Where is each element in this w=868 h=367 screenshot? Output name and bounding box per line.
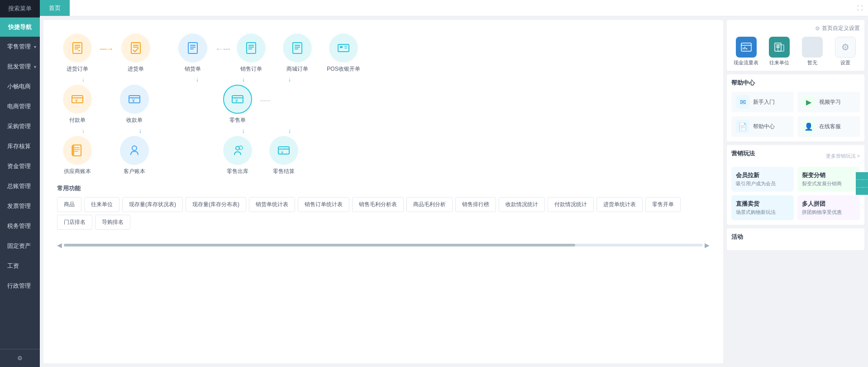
func-btn-sales-order-stat[interactable]: 销售订单统计表 bbox=[298, 197, 349, 212]
flow-node-payment[interactable]: ¥ 付款单 bbox=[57, 85, 98, 124]
func-btn-stock-dist[interactable]: 现存量(库存分布表) bbox=[186, 197, 246, 212]
scroll-track[interactable] bbox=[64, 244, 703, 246]
quick-grid: 现金流量表 往来单位 暂无 ⚙ bbox=[731, 37, 860, 66]
beginner-label: 新手入门 bbox=[753, 98, 775, 106]
flow-node-sales[interactable]: 销货单 bbox=[172, 34, 213, 73]
sidebar-item-wholesale[interactable]: 批发管理 ▾ bbox=[0, 57, 40, 77]
content-area: 进货订单 - - - → 进货单 bbox=[40, 16, 868, 367]
func-btn-retail-order[interactable]: 零售开单 bbox=[645, 197, 681, 212]
marketing-item-member[interactable]: 会员拉新 吸引用户成为会员 bbox=[731, 167, 794, 192]
video-icon: ▶ bbox=[802, 95, 816, 109]
sidebar-item-purchase[interactable]: 采购管理 bbox=[0, 116, 40, 136]
arrow-right-1: - - - → bbox=[98, 44, 115, 54]
help-item-service[interactable]: 👤 在线客服 bbox=[797, 116, 860, 137]
flow-node-purchase-order[interactable]: 进货订单 bbox=[57, 34, 98, 73]
arrow-dashed-pos: - - - - ← bbox=[258, 97, 274, 104]
func-btn-sales-profit[interactable]: 销售毛利分析表 bbox=[352, 197, 404, 212]
quick-item-empty: 暂无 bbox=[797, 37, 827, 66]
flow-node-mall-order[interactable]: 商城订单 bbox=[277, 34, 318, 73]
help-item-video[interactable]: ▶ 视频学习 bbox=[797, 92, 860, 112]
svg-text:¥: ¥ bbox=[132, 98, 135, 103]
svg-text:¥: ¥ bbox=[281, 150, 284, 155]
sidebar-settings[interactable]: ⚙ bbox=[0, 349, 40, 367]
quick-item-settings[interactable]: ⚙ 设置 bbox=[830, 37, 860, 66]
flow-node-receipt[interactable]: ¥ 收款单 bbox=[114, 85, 155, 124]
func-btn-partners[interactable]: 往来单位 bbox=[84, 197, 119, 212]
flow-node-pos[interactable]: POS收银开单 bbox=[323, 34, 364, 73]
left-panel: 进货订单 - - - → 进货单 bbox=[43, 20, 723, 363]
down-arrow-2: ↓ bbox=[177, 76, 218, 83]
marketing-item-live[interactable]: 直播卖货 场景式购物新玩法 bbox=[731, 195, 794, 220]
func-btn-sales-stat[interactable]: 销货单统计表 bbox=[249, 197, 295, 212]
scroll-right-arrow[interactable]: ▶ bbox=[705, 241, 710, 249]
flow-node-supplier-book[interactable]: 供应商账本 bbox=[57, 136, 98, 175]
flow-node-retail-outbound[interactable]: 零售出库 bbox=[217, 136, 258, 175]
marketing-item-group[interactable]: 多人拼团 拼团购物享受优惠 bbox=[797, 195, 860, 220]
activity-section: 活动 bbox=[727, 228, 864, 250]
func-btn-payment-stat[interactable]: 付款情况统计 bbox=[548, 197, 594, 212]
quick-item-partner[interactable]: 往来单位 bbox=[764, 37, 794, 66]
func-btn-receipt-stat[interactable]: 收款情况统计 bbox=[499, 197, 545, 212]
help-item-beginner[interactable]: ✉ 新手入门 bbox=[731, 92, 794, 112]
flow-node-purchase[interactable]: 进货单 bbox=[115, 34, 156, 73]
sidebar-item-retail[interactable]: 零售管理 ▾ bbox=[0, 37, 40, 57]
float-btn-service[interactable]: 客服热线 bbox=[856, 172, 868, 180]
marketing-title: 营销玩法 bbox=[731, 150, 755, 158]
flow-node-sales-order[interactable]: 销售订单 bbox=[231, 34, 272, 73]
func-btn-purchase-stat[interactable]: 进货单统计表 bbox=[596, 197, 643, 212]
func-btn-store-rank[interactable]: 门店排名 bbox=[57, 215, 92, 230]
func-btn-stock-status[interactable]: 现存量(库存状况表) bbox=[122, 197, 183, 212]
func-btn-sales-rank[interactable]: 销售排行榜 bbox=[455, 197, 496, 212]
chevron-icon: ▾ bbox=[34, 44, 36, 49]
live-desc: 场景式购物新玩法 bbox=[736, 209, 789, 216]
sidebar-item-invoice[interactable]: 发票管理 bbox=[0, 196, 40, 216]
sidebar: 搜索菜单 快捷导航 零售管理 ▾ 批发管理 ▾ 小畅电商 电商管理 采购管理 库… bbox=[0, 0, 40, 367]
tab-home[interactable]: 首页 bbox=[40, 0, 70, 16]
sidebar-item-admin[interactable]: 行政管理 bbox=[0, 276, 40, 296]
svg-text:¥: ¥ bbox=[235, 98, 238, 103]
float-btn-shortcut[interactable]: 桌面快捷 bbox=[856, 188, 868, 195]
marketing: 营销玩法 更多营销玩法 > 会员拉新 吸引用户成为会员 裂变分销 裂变式发展分销… bbox=[727, 145, 864, 225]
help-item-help[interactable]: 📄 帮助中心 bbox=[731, 116, 794, 137]
svg-rect-20 bbox=[340, 46, 343, 48]
empty-label: 暂无 bbox=[807, 59, 817, 66]
svg-rect-11 bbox=[247, 43, 256, 53]
fission-desc: 裂变式发展分销商 bbox=[802, 180, 855, 187]
sidebar-item-salary[interactable]: 工资 bbox=[0, 256, 40, 276]
scroll-left-arrow[interactable]: ◀ bbox=[57, 241, 62, 249]
more-marketing-link[interactable]: 更多营销玩法 > bbox=[826, 153, 860, 159]
svg-rect-15 bbox=[293, 43, 302, 53]
sidebar-item-ecommerce[interactable]: 电商管理 bbox=[0, 97, 40, 116]
arrow-left-1: ← - - - bbox=[213, 44, 231, 54]
sidebar-item-fixed-assets[interactable]: 固定资产 bbox=[0, 236, 40, 256]
sidebar-item-inventory[interactable]: 库存核算 bbox=[0, 136, 40, 156]
sidebar-search[interactable]: 搜索菜单 bbox=[0, 0, 40, 18]
flow-diagram: 进货订单 - - - → 进货单 bbox=[48, 24, 719, 184]
quick-access-settings-label[interactable]: 首页自定义设置 bbox=[822, 24, 860, 32]
live-title: 直播卖货 bbox=[736, 200, 789, 208]
flow-node-retail-settlement[interactable]: ¥ 零售结算 bbox=[263, 136, 304, 175]
flow-node-customer-book[interactable]: 客户账本 bbox=[114, 136, 155, 175]
sidebar-item-finance[interactable]: 资金管理 bbox=[0, 156, 40, 176]
svg-rect-40 bbox=[278, 147, 289, 154]
down-arrow-8: ↓ bbox=[269, 127, 310, 134]
sidebar-item-ledger[interactable]: 总账管理 bbox=[0, 176, 40, 196]
sidebar-nav-active[interactable]: 快捷导航 bbox=[0, 18, 40, 37]
sidebar-item-tax[interactable]: 税务管理 bbox=[0, 216, 40, 236]
flow-node-retail[interactable]: ¥ 零售单 bbox=[217, 85, 258, 124]
help-icon: 📄 bbox=[736, 120, 749, 133]
func-btn-goods-profit[interactable]: 商品毛利分析 bbox=[406, 197, 453, 212]
group-desc: 拼团购物享受优惠 bbox=[802, 209, 855, 216]
func-btn-guide-rank[interactable]: 导购排名 bbox=[95, 215, 130, 230]
func-btn-goods[interactable]: 商品 bbox=[57, 197, 81, 212]
marketing-grid: 会员拉新 吸引用户成为会员 裂变分销 裂变式发展分销商 直播卖货 场景式购物新玩… bbox=[731, 167, 860, 220]
quick-item-cashflow[interactable]: 现金流量表 bbox=[731, 37, 761, 66]
main-area: 首页 ⛶ 进货订单 - - - bbox=[40, 0, 868, 367]
marketing-item-fission[interactable]: 裂变分销 裂变式发展分销商 bbox=[797, 167, 860, 192]
svg-rect-7 bbox=[188, 43, 197, 53]
fullscreen-button[interactable]: ⛶ bbox=[857, 5, 868, 11]
sidebar-item-ecommerce-small[interactable]: 小畅电商 bbox=[0, 77, 40, 97]
svg-rect-4 bbox=[131, 43, 140, 53]
float-btn-community[interactable]: 服务社区 bbox=[856, 180, 868, 188]
svg-rect-19 bbox=[338, 44, 349, 52]
